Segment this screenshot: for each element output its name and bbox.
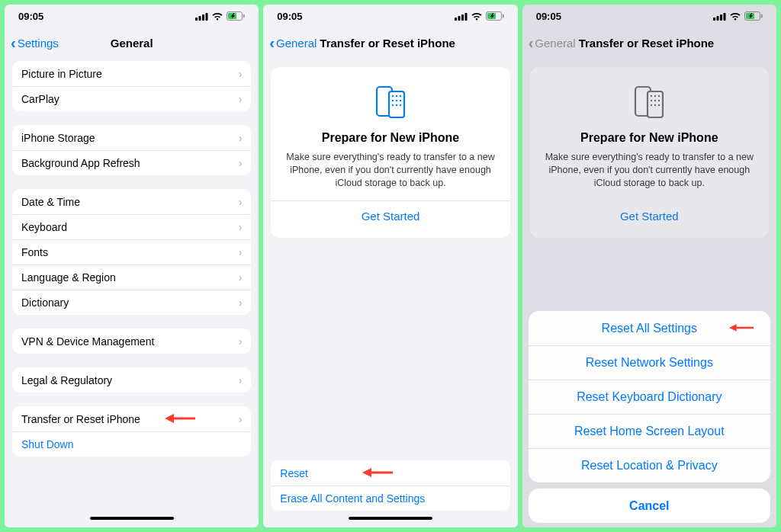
nav-bar: ‹ General Transfer or Reset iPhone (522, 27, 776, 58)
svg-point-20 (400, 95, 401, 97)
get-started-button[interactable]: Get Started (283, 200, 497, 232)
battery-icon (227, 11, 245, 21)
row-background-app-refresh[interactable]: Background App Refresh› (12, 150, 251, 175)
svg-rect-29 (713, 18, 715, 21)
row-dictionary[interactable]: Dictionary› (12, 290, 251, 315)
status-bar: 09:05 (263, 5, 517, 27)
row-picture-in-picture[interactable]: Picture in Picture› (12, 61, 251, 86)
row-carplay[interactable]: CarPlay› (12, 86, 251, 111)
page-title: Transfer or Reset iPhone (568, 37, 769, 50)
svg-point-43 (658, 100, 660, 101)
card-description: Make sure everything's ready to transfer… (542, 151, 757, 190)
battery-icon (744, 11, 763, 21)
row-transfer-or-reset[interactable]: Transfer or Reset iPhone › (12, 406, 251, 431)
back-button[interactable]: ‹ Settings (11, 34, 59, 52)
row-shut-down[interactable]: Shut Down (12, 431, 251, 457)
svg-point-40 (658, 95, 660, 97)
svg-rect-30 (716, 16, 718, 21)
sheet-reset-keyboard-dictionary[interactable]: Reset Keyboard Dictionary (529, 380, 770, 414)
chevron-right-icon: › (239, 157, 243, 169)
chevron-right-icon: › (239, 271, 243, 284)
chevron-right-icon: › (239, 335, 243, 348)
row-keyboard[interactable]: Keyboard› (12, 214, 251, 239)
get-started-button: Get Started (542, 200, 757, 232)
svg-marker-8 (165, 414, 174, 423)
svg-rect-15 (503, 14, 504, 18)
svg-point-45 (654, 104, 656, 106)
status-bar: 09:05 (5, 5, 259, 27)
back-button[interactable]: ‹ General (269, 34, 317, 52)
settings-content[interactable]: Picture in Picture› CarPlay› iPhone Stor… (5, 58, 259, 527)
nav-bar: ‹ General Transfer or Reset iPhone (263, 27, 517, 58)
devices-icon (542, 81, 757, 123)
wifi-icon (471, 12, 483, 21)
row-fonts[interactable]: Fonts› (12, 239, 251, 264)
chevron-right-icon: › (239, 68, 243, 80)
card-title: Prepare for New iPhone (542, 131, 757, 145)
svg-point-39 (654, 95, 656, 97)
back-label: General (535, 37, 575, 50)
phone-reset-sheet: 09:05 ‹ General Transfer or Reset iPhone… (522, 5, 776, 527)
annotation-arrow-icon (729, 322, 754, 334)
wifi-icon (211, 12, 223, 21)
svg-rect-2 (202, 14, 204, 21)
sheet-reset-location-privacy[interactable]: Reset Location & Privacy (529, 448, 770, 482)
prepare-card: Prepare for New iPhone Make sure everyth… (530, 67, 769, 238)
devices-icon (283, 81, 497, 123)
sheet-reset-all-settings[interactable]: Reset All Settings (529, 311, 770, 345)
sheet-reset-home-screen[interactable]: Reset Home Screen Layout (529, 414, 770, 448)
row-erase-all[interactable]: Erase All Content and Settings (271, 486, 509, 511)
status-indicators (713, 11, 763, 21)
settings-group: Picture in Picture› CarPlay› (12, 61, 251, 111)
phone-transfer-reset: 09:05 ‹ General Transfer or Reset iPhone… (263, 5, 517, 527)
row-iphone-storage[interactable]: iPhone Storage› (12, 125, 251, 150)
chevron-left-icon: ‹ (11, 34, 16, 52)
status-time: 09:05 (18, 11, 43, 22)
svg-point-23 (400, 100, 401, 101)
row-reset[interactable]: Reset (271, 460, 509, 486)
transfer-content[interactable]: Prepare for New iPhone Make sure everyth… (263, 58, 517, 527)
action-sheet: Reset All Settings Reset Network Setting… (529, 311, 770, 523)
page-title: Transfer or Reset iPhone (309, 37, 509, 50)
chevron-right-icon: › (239, 374, 243, 386)
svg-point-38 (651, 95, 652, 97)
svg-rect-12 (464, 13, 467, 21)
svg-point-21 (392, 100, 394, 101)
svg-rect-6 (243, 14, 245, 18)
sheet-cancel-button[interactable]: Cancel (529, 489, 770, 523)
action-sheet-options: Reset All Settings Reset Network Setting… (529, 311, 770, 482)
svg-rect-32 (723, 13, 725, 21)
row-date-time[interactable]: Date & Time› (12, 189, 251, 214)
row-language-region[interactable]: Language & Region› (12, 264, 251, 290)
reset-group: Reset Erase All Content and Settings (271, 460, 509, 511)
svg-marker-48 (729, 324, 737, 332)
home-indicator[interactable] (90, 517, 174, 520)
settings-group: VPN & Device Management› (12, 328, 251, 354)
nav-bar: ‹ Settings General (5, 27, 259, 58)
card-description: Make sure everything's ready to transfer… (283, 151, 497, 190)
row-vpn-device-management[interactable]: VPN & Device Management› (12, 328, 251, 354)
svg-rect-10 (458, 16, 460, 21)
svg-rect-9 (455, 18, 457, 21)
svg-point-44 (651, 104, 652, 106)
settings-group: Transfer or Reset iPhone › Shut Down (12, 406, 251, 457)
svg-point-42 (654, 100, 656, 101)
cellular-icon (455, 12, 468, 21)
svg-rect-0 (195, 18, 198, 21)
row-legal-regulatory[interactable]: Legal & Regulatory› (12, 367, 251, 393)
chevron-left-icon: ‹ (269, 34, 275, 52)
status-time: 09:05 (277, 11, 302, 22)
settings-group: iPhone Storage› Background App Refresh› (12, 125, 251, 175)
status-indicators (195, 11, 245, 21)
svg-point-46 (658, 104, 660, 106)
wifi-icon (729, 12, 741, 21)
status-bar: 09:05 (522, 5, 776, 27)
sheet-reset-network[interactable]: Reset Network Settings (529, 345, 770, 380)
back-button[interactable]: ‹ General (529, 34, 576, 52)
chevron-right-icon: › (239, 221, 243, 233)
annotation-arrow-icon (362, 466, 393, 479)
svg-point-22 (396, 100, 397, 101)
home-indicator[interactable] (349, 517, 432, 520)
settings-group: Legal & Regulatory› (12, 367, 251, 393)
chevron-right-icon: › (239, 132, 243, 144)
